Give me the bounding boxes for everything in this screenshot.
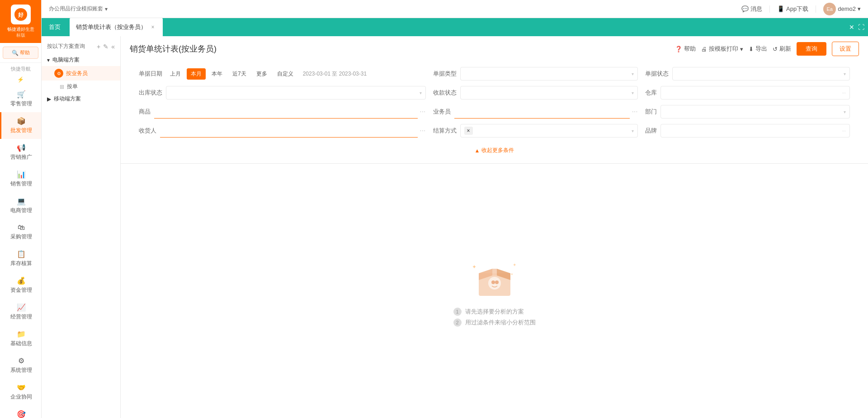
sidebar-item-purchase[interactable]: 🛍 采购管理 — [0, 219, 41, 245]
tag-close-icon[interactable]: × — [467, 128, 470, 134]
sidebar-item-system[interactable]: ⚙ 系统管理 — [0, 352, 41, 379]
edit-schema-button[interactable]: ✎ — [103, 43, 108, 50]
schema-sub-item-label: 按单 — [67, 83, 78, 90]
department-chevron-icon: ▾ — [844, 109, 846, 114]
sidebar-item-finance[interactable]: 💰 资金管理 — [0, 272, 41, 299]
print-button[interactable]: 🖨 按模板打印 ▾ — [701, 45, 743, 53]
filter-area: 单据日期 上月 本月 本年 近7天 更多 自定义 20 — [130, 62, 859, 163]
right-content: 销货单统计表(按业务员) ❓ 帮助 🖨 按模板打印 ▾ ⬇ — [121, 36, 868, 418]
delivery-chevron-icon: ▾ — [420, 90, 422, 95]
sidebar-item-retail[interactable]: 🛒 零售管理 — [0, 86, 41, 112]
goods-input[interactable] — [154, 105, 418, 119]
shortcut-nav[interactable]: ⚡ — [0, 73, 41, 86]
inventory-icon: 📋 — [17, 250, 26, 258]
collapse-filter-button[interactable]: ▲ 收起更多条件 — [139, 143, 850, 158]
left-panel-header: 按以下方案查询 + ✎ « — [42, 41, 120, 54]
retail-icon: 🛒 — [17, 90, 26, 99]
sidebar-item-sales[interactable]: 📊 销售管理 — [0, 166, 41, 192]
salesperson-input[interactable] — [454, 105, 630, 119]
filter-consignee: 收货人 ··· — [139, 124, 426, 138]
message-label: 消息 — [750, 5, 762, 13]
schema-item-by-salesperson[interactable]: ⚙ 按业务员 — [42, 66, 120, 81]
empty-state: ✦ ✦ ✦ 1 请先选择要分析的方案 2 用过滤条件来缩小分析范围 — [453, 255, 536, 327]
filter-goods: 商品 ··· — [139, 105, 426, 119]
schema-group-pc-header[interactable]: ▾ 电脑端方案 — [42, 54, 120, 66]
system-icon: ⚙ — [18, 356, 24, 365]
app-logo[interactable]: 好 畅捷通好生意 标版 — [0, 0, 41, 43]
collapse-panel-button[interactable]: « — [111, 43, 115, 50]
schema-item-by-order[interactable]: ⊞ 按单 — [42, 81, 120, 93]
sidebar-item-inventory[interactable]: 📋 库存核算 — [0, 245, 41, 272]
add-schema-button[interactable]: + — [97, 43, 100, 50]
refresh-icon: ↺ — [773, 46, 778, 52]
brand-select[interactable]: ··· — [660, 124, 850, 138]
active-tab[interactable]: 销货单统计表（按业务员） × — [70, 18, 163, 36]
search-menu-button[interactable]: 🔍 帮助 — [3, 47, 38, 59]
close-window-icon[interactable]: ✕ — [849, 24, 854, 31]
home-tab[interactable]: 首页 — [42, 18, 68, 36]
sidebar-item-basic-info[interactable]: 📁 基础信息 — [0, 325, 41, 352]
delivery-status-select[interactable]: ▾ — [166, 86, 426, 100]
sidebar-item-wholesale[interactable]: 📦 批发管理 — [0, 112, 41, 139]
goods-dots-icon[interactable]: ··· — [420, 108, 425, 116]
settings-button[interactable]: 设置 — [832, 42, 859, 56]
sidebar-item-marketing[interactable]: 📢 营销推广 — [0, 139, 41, 166]
refresh-button[interactable]: ↺ 刷新 — [773, 45, 791, 53]
date-btn-more[interactable]: 更多 — [252, 68, 271, 80]
department-select[interactable]: ▾ — [660, 105, 850, 119]
sidebar-item-ecommerce[interactable]: 💻 电商管理 — [0, 192, 41, 219]
empty-tip-1: 1 请先选择要分析的方案 — [453, 308, 536, 316]
receipt-status-select[interactable]: ▾ — [460, 86, 638, 100]
empty-illustration: ✦ ✦ ✦ — [467, 255, 522, 300]
consignee-dots-icon[interactable]: ··· — [420, 127, 425, 135]
print-label: 按模板打印 — [709, 45, 738, 53]
doc-type-label: 单据类型 — [433, 70, 457, 78]
tab-close-button[interactable]: × — [149, 24, 156, 31]
group-label: 电脑端方案 — [52, 56, 80, 64]
avatar: Ea — [823, 3, 836, 15]
divider — [769, 5, 770, 13]
help-button[interactable]: ❓ 帮助 — [675, 45, 696, 53]
data-area: ✦ ✦ ✦ 1 请先选择要分析的方案 2 用过滤条件来缩小分析范围 — [121, 164, 868, 418]
filter-payment-method: 结算方式 × ▾ — [433, 124, 638, 138]
schema-item-label: 按业务员 — [66, 70, 88, 77]
enterprise-icon: 🤝 — [17, 383, 26, 392]
brand-label: 品牌 — [645, 127, 657, 135]
consignee-input[interactable] — [160, 124, 418, 138]
export-button[interactable]: ⬇ 导出 — [749, 45, 767, 53]
date-btn-custom[interactable]: 自定义 — [273, 68, 297, 80]
sidebar-item-operations[interactable]: 📈 经营管理 — [0, 299, 41, 325]
receipt-status-label: 收款状态 — [433, 89, 457, 97]
date-btn-last-month[interactable]: 上月 — [166, 68, 185, 80]
sidebar-item-enterprise[interactable]: 🤝 企业协同 — [0, 379, 41, 405]
warehouse-select[interactable]: ··· — [660, 86, 850, 100]
sub-item-icon: ⊞ — [60, 84, 64, 90]
message-button[interactable]: 💬 消息 — [741, 5, 762, 13]
date-btn-this-month[interactable]: 本月 — [187, 68, 206, 80]
tabbar: 首页 销货单统计表（按业务员） × ✕ ⛶ — [42, 18, 868, 36]
sidebar-item-label-inventory: 库存核算 — [10, 260, 32, 267]
date-btn-7days[interactable]: 近7天 — [228, 68, 250, 80]
payment-method-label: 结算方式 — [433, 127, 457, 135]
salesperson-dots-icon[interactable]: ··· — [632, 108, 637, 116]
page-header: 销货单统计表(按业务员) ❓ 帮助 🖨 按模板打印 ▾ ⬇ — [121, 36, 868, 164]
payment-method-tag: × — [464, 127, 473, 135]
print-chevron-icon: ▾ — [740, 46, 743, 52]
query-button[interactable]: 查询 — [797, 42, 826, 56]
user-menu[interactable]: Ea demo2 ▾ — [823, 3, 861, 15]
date-btn-this-year[interactable]: 本年 — [208, 68, 226, 80]
consignee-label: 收货人 — [139, 127, 156, 135]
doc-type-select[interactable]: ▾ — [460, 67, 638, 81]
schema-group-mobile-header[interactable]: ▶ 移动端方案 — [42, 93, 120, 105]
help-icon: ❓ — [675, 46, 682, 52]
wholesale-icon: 📦 — [17, 117, 26, 125]
app-subtext: 标版 — [16, 32, 25, 38]
app-download-button[interactable]: 📱 App下载 — [777, 5, 808, 13]
collapse-label: 收起更多条件 — [481, 147, 514, 154]
tip-1-number: 1 — [453, 308, 462, 316]
payment-method-select[interactable]: × ▾ — [460, 124, 638, 138]
sidebar-item-newbie[interactable]: 🎯 新手引导 — [0, 405, 41, 418]
doc-status-select[interactable]: ▾ — [672, 67, 850, 81]
maximize-icon[interactable]: ⛶ — [858, 24, 864, 31]
doc-status-chevron-icon: ▾ — [844, 71, 846, 76]
